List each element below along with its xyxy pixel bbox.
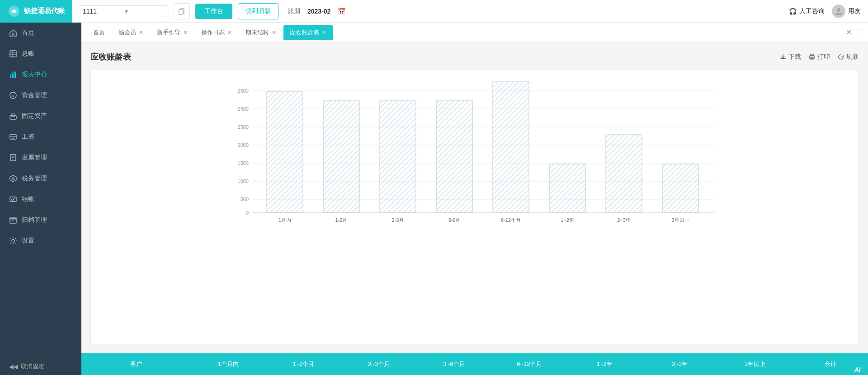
svg-text:1500: 1500 xyxy=(238,160,249,166)
workbench-button[interactable]: 工作台 xyxy=(195,4,232,19)
user-name: 用友 xyxy=(848,7,861,15)
tab-period-end[interactable]: 期末结转 ✕ xyxy=(239,25,283,40)
sidebar-label-salary: 工资 xyxy=(22,133,34,141)
logo-icon xyxy=(8,5,20,18)
close-all-tabs-button[interactable]: ✕ xyxy=(846,28,852,37)
archive-icon xyxy=(9,216,17,224)
copy-button[interactable] xyxy=(174,3,190,19)
svg-rect-56 xyxy=(549,164,585,213)
sidebar-item-archive[interactable]: 归档管理 xyxy=(0,210,81,230)
close-guide-tab[interactable]: ✕ xyxy=(183,29,188,36)
svg-text:0: 0 xyxy=(246,210,249,216)
tab-aging[interactable]: 应收账龄表 ✕ xyxy=(283,25,333,40)
svg-rect-57 xyxy=(606,135,642,213)
checkout-icon xyxy=(9,195,17,203)
svg-text:¥: ¥ xyxy=(12,94,14,98)
svg-text:2-3月: 2-3月 xyxy=(392,217,404,223)
consult-button[interactable]: 🎧 人工咨询 xyxy=(789,7,825,15)
tab-guide-label: 新手引导 xyxy=(157,28,180,37)
col-12month: 1~2个月 xyxy=(266,360,341,368)
tab-oplog-label: 操作日志 xyxy=(201,28,225,37)
col-23month: 2~3个月 xyxy=(341,360,416,368)
funds-icon: ¥ xyxy=(9,91,17,99)
top-header: 畅捷通易代账 1111 ▾ 工作台 切到旧版 账期 2023-02 📅 🎧 人工… xyxy=(0,0,868,23)
col-612month: 6~12个月 xyxy=(492,360,567,368)
app-name: 畅捷通易代账 xyxy=(24,7,65,15)
close-period-end-tab[interactable]: ✕ xyxy=(272,29,276,36)
sidebar-item-checkout[interactable]: 结账 xyxy=(0,189,81,210)
print-button[interactable]: 打印 xyxy=(808,53,830,61)
ai-badge-text: Ai xyxy=(854,366,861,373)
svg-rect-55 xyxy=(493,82,529,213)
svg-text:3年以上: 3年以上 xyxy=(671,217,689,223)
calendar-icon[interactable]: 📅 xyxy=(338,8,345,15)
sidebar-label-invoice: 发票管理 xyxy=(22,154,47,162)
sidebar-label-checkout: 结账 xyxy=(22,195,34,203)
company-selector[interactable]: 1111 ▾ xyxy=(78,5,168,17)
cancel-fixed-button[interactable]: ◀◀ 取消固定 xyxy=(0,358,81,375)
assets-icon xyxy=(9,112,17,120)
sidebar-label-home: 首页 xyxy=(22,29,34,37)
close-member-tab[interactable]: ✕ xyxy=(139,29,143,36)
page-actions: 下载 打印 xyxy=(779,53,859,61)
svg-text:2~3年: 2~3年 xyxy=(617,217,631,223)
chart-container: 2500 2500 2500 2000 1500 1000 500 0 xyxy=(90,70,859,344)
chevron-down-icon: ▾ xyxy=(125,8,163,15)
tab-guide[interactable]: 新手引导 ✕ xyxy=(151,25,194,40)
invoice-icon xyxy=(9,154,17,162)
close-aging-tab[interactable]: ✕ xyxy=(322,29,326,36)
svg-rect-52 xyxy=(323,101,359,213)
headset-icon: 🎧 xyxy=(789,8,797,15)
tab-member-label: 畅会员 xyxy=(118,28,136,37)
salary-icon xyxy=(9,133,17,141)
user-button[interactable]: 用友 xyxy=(832,5,861,18)
tab-home[interactable]: 首页 xyxy=(87,25,111,40)
sidebar-item-home[interactable]: 首页 xyxy=(0,23,81,43)
svg-text:1~2年: 1~2年 xyxy=(561,217,574,223)
close-oplog-tab[interactable]: ✕ xyxy=(227,29,232,36)
download-label: 下载 xyxy=(788,53,801,61)
switch-version-button[interactable]: 切到旧版 xyxy=(238,3,278,19)
col-3year: 3年以上 xyxy=(717,360,793,368)
maximize-button[interactable]: ⛶ xyxy=(855,28,863,37)
tab-member[interactable]: 畅会员 ✕ xyxy=(112,25,150,40)
home-icon xyxy=(9,29,17,37)
sidebar-item-assets[interactable]: 固定资产 xyxy=(0,106,81,127)
svg-text:2500: 2500 xyxy=(238,124,249,130)
sidebar-label-funds: 资金管理 xyxy=(22,91,47,99)
svg-rect-53 xyxy=(380,101,416,213)
svg-text:1-2月: 1-2月 xyxy=(335,217,348,223)
aging-chart: 2500 2500 2500 2000 1500 1000 500 0 xyxy=(98,77,851,231)
sidebar-item-tax[interactable]: 税 税务管理 xyxy=(0,168,81,189)
download-button[interactable]: 下载 xyxy=(779,53,801,61)
sidebar-item-ledger[interactable]: 总账 xyxy=(0,43,81,64)
svg-rect-29 xyxy=(780,58,786,59)
sidebar-item-salary[interactable]: 工资 xyxy=(0,127,81,147)
sidebar-item-settings[interactable]: 设置 xyxy=(0,230,81,251)
refresh-button[interactable]: 刷新 xyxy=(837,53,859,61)
sidebar-item-reports[interactable]: 报表中心 xyxy=(0,64,81,85)
svg-text:6-12个月: 6-12个月 xyxy=(501,217,521,223)
ai-badge: Ai xyxy=(847,364,868,375)
svg-rect-13 xyxy=(10,116,16,119)
svg-text:500: 500 xyxy=(241,197,249,202)
settings-icon xyxy=(9,237,17,245)
sidebar-label-archive: 归档管理 xyxy=(22,216,47,224)
svg-rect-4 xyxy=(10,51,16,57)
tab-period-end-label: 期末结转 xyxy=(245,28,269,37)
reports-icon xyxy=(9,70,17,79)
col-1month: 1个月内 xyxy=(191,360,266,368)
svg-rect-24 xyxy=(10,197,16,202)
ledger-icon xyxy=(9,50,17,58)
svg-text:2500: 2500 xyxy=(238,106,249,112)
svg-text:3-6月: 3-6月 xyxy=(448,217,461,223)
sidebar-item-invoice[interactable]: 发票管理 xyxy=(0,147,81,168)
tab-oplog[interactable]: 操作日志 ✕ xyxy=(195,25,238,40)
col-12year: 1~2年 xyxy=(567,360,642,368)
svg-rect-51 xyxy=(267,92,303,213)
consult-label: 人工咨询 xyxy=(799,7,825,15)
page-title: 应收账龄表 xyxy=(90,52,131,62)
sidebar-item-funds[interactable]: ¥ 资金管理 xyxy=(0,85,81,106)
col-36month: 3~6个月 xyxy=(416,360,491,368)
svg-text:1月内: 1月内 xyxy=(278,217,291,223)
